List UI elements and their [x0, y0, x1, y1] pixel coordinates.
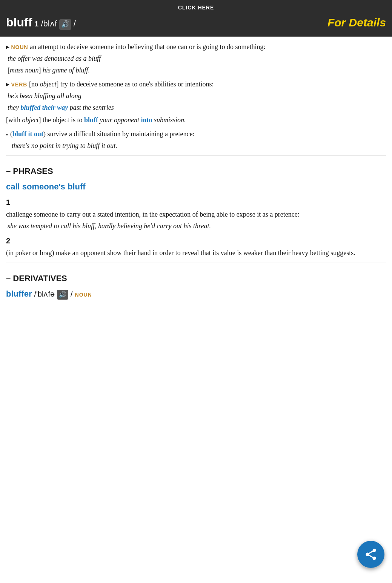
noun-definition-text: an attempt to deceive someone into belie…: [30, 43, 265, 51]
bluffer-speaker-icon: 🔊: [59, 290, 66, 299]
bluffer-pron: /'blʌfə: [34, 288, 55, 300]
item1-example: she was tempted to call his bluff, hardl…: [6, 221, 386, 231]
verb-example1: he's been bluffing all along: [6, 91, 386, 101]
verb-label: VERB: [11, 82, 28, 88]
for-details-label[interactable]: For Details: [327, 14, 386, 31]
triangle-icon-verb: ▸: [6, 80, 11, 88]
dash-phrases: –: [6, 166, 13, 176]
item1-number: 1: [6, 197, 386, 208]
noun-example1: the offer was denounced as a bluff: [6, 54, 386, 64]
bluff-it-out-link[interactable]: bluff it out: [12, 130, 43, 138]
svg-line-4: [369, 551, 373, 554]
bullet-phrase: ▪ (bluff it out) survive a difficult sit…: [6, 129, 386, 151]
bullet-phrase-text: (bluff it out) survive a difficult situa…: [10, 129, 195, 151]
content-section: ▸ NOUN an attempt to deceive someone int…: [0, 37, 392, 308]
derivative-bluffer: bluffer /'blʌfə 🔊 / NOUN: [6, 288, 386, 300]
bullet-example: there's no point in trying to bluff it o…: [10, 141, 195, 151]
bluff-link1[interactable]: bluff: [84, 116, 98, 124]
click-here-label: CLICK HERE: [6, 4, 386, 12]
phrases-heading: PHRASES: [13, 166, 53, 176]
call-someones-bluff-link[interactable]: call someone's bluff: [6, 180, 386, 193]
derivatives-heading: DERIVATIVES: [13, 274, 67, 283]
bluffer-speaker-button[interactable]: 🔊: [57, 290, 68, 300]
phrase-item-2: 2 (in poker or brag) make an opponent sh…: [6, 235, 386, 258]
word-title: bluff: [6, 13, 32, 31]
triangle-icon: ▸: [6, 43, 11, 51]
verb-example3: [with object] the object is to bluff you…: [6, 115, 386, 125]
noun-example2: [mass noun] his game of bluff.: [6, 65, 386, 75]
bluffed-their-way-link[interactable]: bluffed their way: [20, 104, 68, 111]
bluffer-slash: /: [71, 288, 73, 300]
into-link[interactable]: into: [141, 116, 152, 124]
header-left: bluff1 /blʌf 🔊 /: [6, 13, 76, 31]
noun-definition-para: ▸ NOUN an attempt to deceive someone int…: [6, 42, 386, 52]
speaker-button[interactable]: 🔊: [59, 19, 71, 30]
item1-def: challenge someone to carry out a stated …: [6, 209, 386, 220]
dash-derivatives: –: [6, 274, 13, 283]
bluffer-pos: NOUN: [75, 291, 92, 299]
header-row: bluff1 /blʌf 🔊 / For Details: [6, 13, 386, 31]
svg-line-3: [369, 555, 373, 557]
speaker-icon: 🔊: [61, 19, 69, 29]
verb-intro-para: ▸ VERB [no object] try to deceive someon…: [6, 79, 386, 89]
pronunciation: /blʌf: [41, 17, 57, 30]
derivatives-section: – DERIVATIVES: [6, 272, 386, 285]
verb-intro-text: [no object] try to deceive someone as to…: [29, 80, 214, 88]
svg-point-0: [373, 549, 376, 552]
word-superscript: 1: [34, 18, 38, 29]
svg-point-2: [373, 557, 376, 560]
verb-block: ▸ VERB [no object] try to deceive someon…: [6, 79, 386, 151]
phrase-item-1: 1 challenge someone to carry out a state…: [6, 197, 386, 231]
bluffer-word[interactable]: bluffer: [6, 288, 32, 300]
item2-number: 2: [6, 235, 386, 246]
slash: /: [74, 17, 76, 30]
noun-block: ▸ NOUN an attempt to deceive someone int…: [6, 42, 386, 75]
svg-point-1: [366, 553, 369, 556]
noun-label: NOUN: [11, 44, 28, 50]
divider1: [6, 155, 386, 156]
bullet-icon: ▪: [6, 131, 8, 151]
verb-example2: they bluffed their way past the sentries: [6, 103, 386, 113]
item2-def: (in poker or brag) make an opponent show…: [6, 248, 386, 258]
phrases-section: – PHRASES: [6, 165, 386, 177]
divider2: [6, 263, 386, 263]
share-fab-button[interactable]: [357, 541, 384, 568]
share-icon: [364, 548, 378, 561]
header-section: CLICK HERE bluff1 /blʌf 🔊 / For Details: [0, 0, 392, 37]
